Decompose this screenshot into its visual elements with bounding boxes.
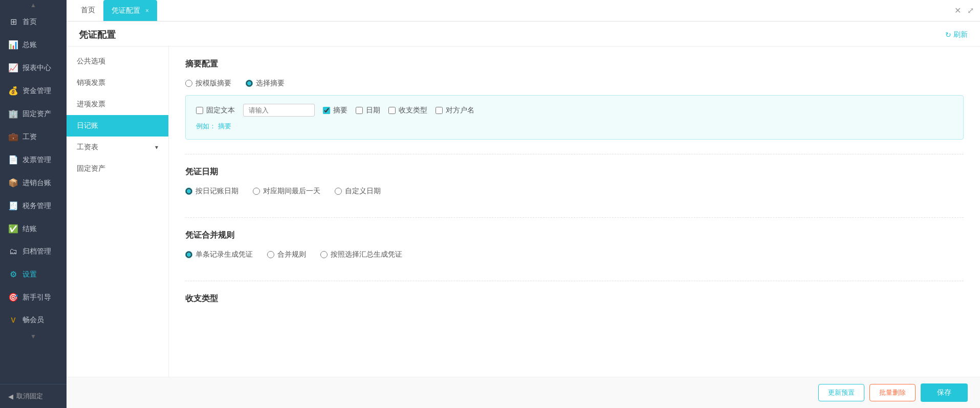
sidebar-item-beginner-guide[interactable]: 🎯 新手引导 <box>0 286 67 309</box>
income-type-title: 收支类型 <box>185 293 964 304</box>
date-custom-label[interactable]: 自定义日期 <box>335 187 381 196</box>
summary-radio-select[interactable]: 选择摘要 <box>246 79 285 88</box>
sidebar-item-invoice-management[interactable]: 📄 发票管理 <box>0 148 67 171</box>
tab-close-button[interactable]: × <box>145 7 149 14</box>
nav-item-payroll-table[interactable]: 工资表 ▾ <box>67 137 168 158</box>
content-area: 凭证配置 ↻ 刷新 公共选项 销项发票 进项发票 日记账 <box>67 21 980 408</box>
vip-icon: V <box>8 316 18 324</box>
archive-icon: 🗂 <box>8 247 18 256</box>
tab-bar: 首页 凭证配置 × ✕ ⤢ <box>67 0 980 21</box>
window-controls: ✕ ⤢ <box>954 6 974 15</box>
update-preset-button[interactable]: 更新预置 <box>818 384 864 401</box>
sidebar: ▲ ⊞ 首页 📊 总账 📈 报表中心 💰 资金管理 🏢 固定资产 💼 工资 📄 … <box>0 0 67 408</box>
summary-row: 固定文本 摘要 日期 <box>196 104 953 117</box>
nav-item-sales-invoice[interactable]: 销项发票 <box>67 72 168 94</box>
summary-checkbox-label[interactable]: 摘要 <box>323 106 347 115</box>
sidebar-item-general-ledger[interactable]: 📊 总账 <box>0 33 67 56</box>
summary-config-section: 摘要配置 按模版摘要 选择摘要 <box>185 59 964 154</box>
date-checkbox-label[interactable]: 日期 <box>356 106 380 115</box>
income-type-checkbox-label[interactable]: 收支类型 <box>388 106 427 115</box>
sidebar-item-vip[interactable]: V 畅会员 <box>0 309 67 331</box>
settings-icon: ⚙ <box>8 269 18 279</box>
fixed-text-input[interactable] <box>243 104 315 117</box>
merge-single-label[interactable]: 单条记录生成凭证 <box>185 250 253 259</box>
tab-home[interactable]: 首页 <box>73 0 103 21</box>
sidebar-item-purchase-sales[interactable]: 📦 进销台账 <box>0 171 67 194</box>
main-area: 首页 凭证配置 × ✕ ⤢ 凭证配置 ↻ 刷新 公共选项 <box>67 0 980 408</box>
example-text: 例如： 摘要 <box>196 122 953 131</box>
voucher-date-radio-group: 按日记账日期 对应期间最后一天 自定义日期 <box>185 187 964 196</box>
invoice-icon: 📄 <box>8 155 18 165</box>
page-header: 凭证配置 ↻ 刷新 <box>67 21 980 47</box>
body-layout: 公共选项 销项发票 进项发票 日记账 工资表 ▾ 固定资产 <box>67 47 980 377</box>
sidebar-item-archive[interactable]: 🗂 归档管理 <box>0 240 67 263</box>
left-nav: 公共选项 销项发票 进项发票 日记账 工资表 ▾ 固定资产 <box>67 47 169 377</box>
date-custom-radio[interactable] <box>335 188 342 195</box>
sidebar-item-payroll[interactable]: 💼 工资 <box>0 125 67 148</box>
sidebar-item-home[interactable]: ⊞ 首页 <box>0 10 67 33</box>
guide-icon: 🎯 <box>8 292 18 302</box>
summary-radio-select-input[interactable] <box>246 80 253 87</box>
date-journal-radio[interactable] <box>185 188 192 195</box>
sidebar-item-fixed-assets[interactable]: 🏢 固定资产 <box>0 102 67 125</box>
nav-item-journal[interactable]: 日记账 <box>67 115 168 137</box>
ledger-icon: 📊 <box>8 40 18 50</box>
merge-rule-label[interactable]: 合并规则 <box>267 250 306 259</box>
refresh-button[interactable]: ↻ 刷新 <box>945 30 968 39</box>
income-type-checkbox[interactable] <box>388 107 396 114</box>
merge-rules-section: 凭证合并规则 单条记录生成凭证 合并规则 按照选择汇总生成凭证 <box>185 230 964 281</box>
date-checkbox[interactable] <box>356 107 363 114</box>
fixed-text-checkbox[interactable] <box>196 107 203 114</box>
income-type-section: 收支类型 <box>185 293 964 328</box>
right-content: 摘要配置 按模版摘要 选择摘要 <box>169 47 980 377</box>
date-journal-label[interactable]: 按日记账日期 <box>185 187 238 196</box>
sidebar-scroll-down[interactable]: ▼ <box>0 331 67 342</box>
sidebar-item-settlement[interactable]: ✅ 结账 <box>0 217 67 240</box>
sidebar-scroll-up[interactable]: ▲ <box>0 0 67 10</box>
summary-radio-group: 按模版摘要 选择摘要 <box>185 79 964 88</box>
merge-rules-radio-group: 单条记录生成凭证 合并规则 按照选择汇总生成凭证 <box>185 250 964 259</box>
chevron-down-icon: ▾ <box>155 144 158 151</box>
counterparty-checkbox[interactable] <box>435 107 443 114</box>
payroll-icon: 💼 <box>8 132 18 142</box>
counterparty-checkbox-label[interactable]: 对方户名 <box>435 106 474 115</box>
report-icon: 📈 <box>8 63 18 73</box>
tab-voucher-config[interactable]: 凭证配置 × <box>103 0 157 21</box>
summary-radio-template-input[interactable] <box>185 80 192 87</box>
pin-icon: ◀ <box>8 393 13 400</box>
save-button[interactable]: 保存 <box>921 383 968 402</box>
sidebar-item-settings[interactable]: ⚙ 设置 <box>0 263 67 286</box>
sidebar-unpin-button[interactable]: ◀ 取消固定 <box>0 384 67 408</box>
purchase-icon: 📦 <box>8 178 18 188</box>
maximize-window-icon[interactable]: ⤢ <box>967 6 974 15</box>
batch-delete-button[interactable]: 批量删除 <box>869 384 916 401</box>
refresh-icon: ↻ <box>945 31 951 39</box>
summary-checkbox[interactable] <box>323 107 330 114</box>
sidebar-item-report-center[interactable]: 📈 报表中心 <box>0 56 67 79</box>
sidebar-item-fund-management[interactable]: 💰 资金管理 <box>0 79 67 102</box>
page-title: 凭证配置 <box>79 29 116 41</box>
settlement-icon: ✅ <box>8 224 18 234</box>
nav-item-purchase-invoice[interactable]: 进项发票 <box>67 94 168 115</box>
voucher-date-section: 凭证日期 按日记账日期 对应期间最后一天 自定义日期 <box>185 167 964 218</box>
summary-box: 固定文本 摘要 日期 <box>185 95 964 140</box>
nav-item-public-options[interactable]: 公共选项 <box>67 51 168 72</box>
close-window-icon[interactable]: ✕ <box>954 6 961 15</box>
assets-icon: 🏢 <box>8 109 18 119</box>
voucher-date-title: 凭证日期 <box>185 167 964 177</box>
home-icon: ⊞ <box>8 17 18 27</box>
merge-rules-title: 凭证合并规则 <box>185 230 964 241</box>
merge-rule-radio[interactable] <box>267 251 274 258</box>
date-period-last-radio[interactable] <box>253 188 260 195</box>
date-period-last-label[interactable]: 对应期间最后一天 <box>253 187 320 196</box>
merge-summary-label[interactable]: 按照选择汇总生成凭证 <box>320 250 402 259</box>
merge-summary-radio[interactable] <box>320 251 328 258</box>
fund-icon: 💰 <box>8 86 18 96</box>
nav-item-fixed-assets[interactable]: 固定资产 <box>67 158 168 179</box>
summary-radio-template[interactable]: 按模版摘要 <box>185 79 231 88</box>
fixed-text-checkbox-label[interactable]: 固定文本 <box>196 106 235 115</box>
tax-icon: 🧾 <box>8 201 18 211</box>
bottom-bar: 更新预置 批量删除 保存 <box>67 377 980 408</box>
sidebar-item-tax-management[interactable]: 🧾 税务管理 <box>0 194 67 217</box>
merge-single-radio[interactable] <box>185 251 192 258</box>
